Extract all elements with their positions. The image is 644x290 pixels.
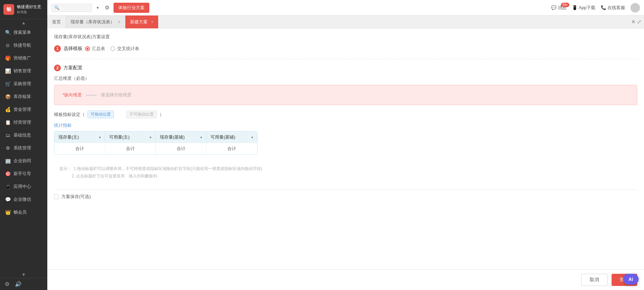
stats-cell-0: 合计 [54, 143, 105, 154]
shortcuts-icon: ⊙ [5, 42, 11, 48]
stats-section: 统计指标 现存量(主) ▾ 可用量(主) ▾ [54, 122, 637, 156]
step1-number: 1 [54, 45, 61, 52]
app-download-link[interactable]: 📱 App下载 [572, 5, 595, 11]
sidebar-sound-icon[interactable]: 🔊 [15, 281, 22, 287]
sidebar-settings-icon[interactable]: ⚙ [5, 281, 9, 287]
tab-inventory-status[interactable]: 现存量（库存状况表） × [66, 16, 125, 28]
tip-1-prefix: 提示： [59, 165, 72, 173]
stats-col-2[interactable]: 现存量(基辅) ▾ [156, 131, 206, 143]
topbar-dropdown[interactable]: ▾ [95, 4, 101, 11]
stats-col-3[interactable]: 可用量(基辅) ▾ [206, 131, 257, 143]
topbar: 🔍 ▾ ⚙ 体验行业方案 💬 消息 99+ 📱 App下载 📞 在线客服 [47, 0, 644, 16]
ai-button[interactable]: Ai [623, 274, 639, 285]
tab-new-plan-label: 新建方案 [130, 19, 148, 25]
stats-table-body: 合计 合计 合计 合计 [54, 143, 257, 154]
sidebar-scroll-up[interactable]: ▲ [0, 19, 47, 26]
message-badge[interactable]: 💬 消息 99+ [551, 5, 567, 11]
metrics-separator [118, 112, 122, 118]
basics-icon: 🗂 [5, 132, 11, 138]
tag-not-draggable: 不可拖动位置 [126, 111, 157, 118]
radio-cross-label: 交叉统计表 [117, 46, 139, 52]
radio-summary[interactable]: 汇总表 [85, 46, 105, 52]
tab-bar-actions: ✕ ⤢ [631, 19, 644, 25]
tag-draggable: 可拖动位置 [88, 111, 114, 118]
step2-section: 2 方案配置 汇总维度（必选） *纵向维度 —— 请选择分组维度 模板指标设定（… [54, 65, 637, 204]
sidebar-item-inventory[interactable]: 📦 库存核算 [0, 90, 47, 103]
tab-home-label: 首页 [52, 19, 61, 25]
sidebar-item-search[interactable]: 🔍 搜索菜单 [0, 26, 47, 39]
tab-new-plan-close[interactable]: × [151, 20, 153, 24]
sidebar-item-basics[interactable]: 🗂 基础信息 [0, 129, 47, 142]
trial-button[interactable]: 体验行业方案 [114, 3, 149, 13]
dimension-area: *纵向维度 —— 请选择分组维度 [54, 85, 637, 105]
sidebar-scroll-down[interactable]: ▼ [0, 271, 47, 278]
stats-col-1[interactable]: 可用量(主) ▾ [105, 131, 156, 143]
stats-title: 统计指标 [54, 122, 637, 128]
stats-col-3-label: 可用量(基辅) [210, 134, 236, 140]
cancel-button[interactable]: 取消 [581, 274, 608, 286]
app-download-label: App下载 [579, 5, 595, 11]
radio-group: 汇总表 交叉统计表 [85, 46, 139, 52]
bottom-bar: 取消 查询 [47, 269, 644, 290]
search-input[interactable] [61, 5, 84, 10]
stats-cell-1: 合计 [105, 143, 156, 154]
sales-icon: 📊 [5, 68, 11, 74]
step2-number: 2 [54, 65, 61, 71]
topbar-search-box[interactable]: 🔍 [51, 4, 92, 12]
tab-home[interactable]: 首页 [47, 16, 66, 28]
stats-table: 现存量(主) ▾ 可用量(主) ▾ 现存量(基辅) ▾ [54, 131, 257, 155]
stats-col-2-chevron: ▾ [200, 136, 202, 139]
logo-icon: 畅 [3, 4, 14, 15]
step2-title: 方案配置 [64, 65, 82, 71]
message-count: 99+ [561, 3, 569, 7]
sidebar-item-sales[interactable]: 📊 销售管理 [0, 65, 47, 77]
metrics-close: ） [159, 112, 164, 118]
step1-title: 选择模板 [64, 46, 82, 52]
sidebar-item-finance[interactable]: 💰 资金管理 [0, 103, 47, 116]
newbie-icon: 🎯 [5, 171, 11, 177]
tab-inventory-status-label: 现存量（库存状况表） [71, 19, 115, 25]
topbar-gear-icon[interactable]: ⚙ [103, 3, 111, 12]
radio-summary-circle [85, 46, 90, 51]
tip-2-text: 2. 点击标题栏下拉可设置排序、插入列和删除列 [72, 173, 157, 180]
sidebar-item-membership[interactable]: 👑 畅会员 [0, 206, 47, 219]
stats-col-0[interactable]: 现存量(主) ▾ [54, 131, 105, 143]
divider-1 [54, 59, 637, 59]
radio-cross-circle [110, 46, 115, 51]
tab-new-plan[interactable]: 新建方案 × [125, 16, 158, 28]
tab-inventory-status-close[interactable]: × [118, 20, 120, 24]
dimension-row: *纵向维度 —— 请选择分组维度 [63, 92, 629, 98]
save-label: 方案保存(可选) [61, 194, 91, 200]
sidebar-item-shortcuts[interactable]: ⊙ 快捷导航 [0, 39, 47, 52]
finance-icon: 💰 [5, 106, 11, 113]
sidebar-item-system[interactable]: ⚙ 系统管理 [0, 142, 47, 154]
radio-cross[interactable]: 交叉统计表 [110, 46, 139, 52]
step2-header: 2 方案配置 [54, 65, 637, 71]
customer-service-link[interactable]: 📞 在线客服 [601, 5, 625, 11]
operations-icon: 📋 [5, 119, 11, 125]
stats-col-1-chevron: ▾ [150, 136, 151, 139]
tab-expand-icon[interactable]: ⤢ [637, 19, 641, 25]
stats-col-3-chevron: ▾ [251, 136, 253, 139]
step1-section: 1 选择模板 汇总表 交叉统计表 [54, 45, 637, 52]
enterprise-icon: 🏢 [5, 158, 11, 164]
save-checkbox[interactable] [54, 194, 59, 199]
radio-summary-label: 汇总表 [92, 46, 105, 52]
message-icon: 💬 [551, 5, 556, 10]
stats-cell-2: 合计 [156, 143, 206, 154]
sidebar-item-apps[interactable]: 📱 应用中心 [0, 180, 47, 193]
content-area: 现存量(库存状况表)方案设置 1 选择模板 汇总表 交叉统计表 [47, 28, 644, 269]
stats-table-header: 现存量(主) ▾ 可用量(主) ▾ 现存量(基辅) ▾ [54, 131, 257, 143]
tip-2: 2. 点击标题栏下拉可设置排序、插入列和删除列 [59, 173, 632, 180]
tab-close-all-icon[interactable]: ✕ [631, 19, 636, 25]
sidebar-item-marketing[interactable]: 🎁 营销推广 [0, 52, 47, 65]
sidebar-item-enterprise[interactable]: 🏢 企业协同 [0, 154, 47, 167]
sidebar-item-operations[interactable]: 📋 经营管理 [0, 116, 47, 129]
search-icon: 🔍 [5, 29, 11, 35]
sidebar-item-newbie[interactable]: 🎯 新手引导 [0, 167, 47, 180]
customer-service-label: 在线客服 [608, 5, 625, 11]
step1-header: 1 选择模板 汇总表 交叉统计表 [54, 45, 637, 52]
user-avatar[interactable] [630, 3, 640, 13]
sidebar-item-wechat[interactable]: 💬 企业微信 [0, 193, 47, 206]
sidebar-item-purchase[interactable]: 🛒 采购管理 [0, 77, 47, 90]
